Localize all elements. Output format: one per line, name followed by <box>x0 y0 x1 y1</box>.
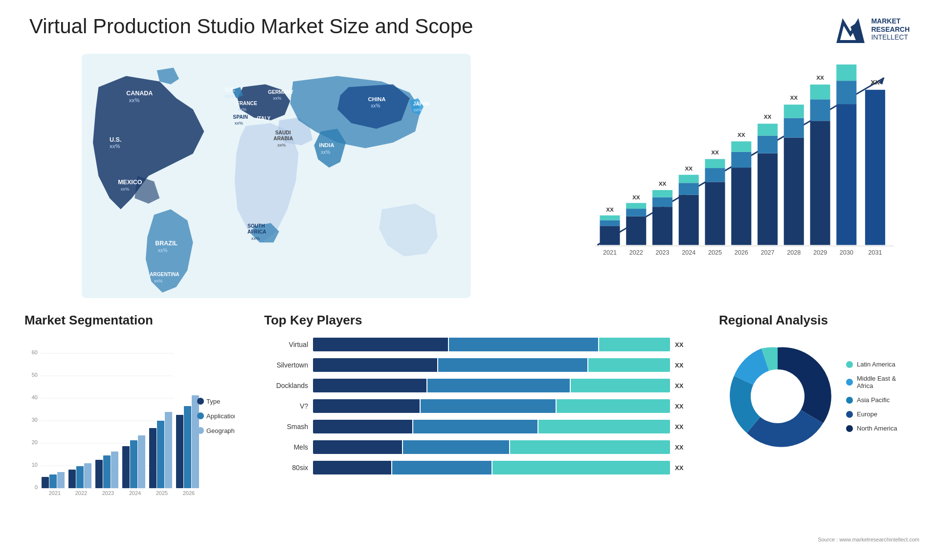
bar-light <box>571 379 670 392</box>
svg-text:XX: XX <box>790 94 798 101</box>
bar-mid <box>438 358 587 372</box>
svg-rect-41 <box>652 190 672 197</box>
growth-bar-chart: XX XX XX XX XX XX <box>562 64 910 274</box>
svg-text:2030: 2030 <box>840 249 853 256</box>
svg-text:SAUDI: SAUDI <box>275 130 291 135</box>
svg-text:XX: XX <box>764 113 772 120</box>
svg-text:2023: 2023 <box>655 249 669 256</box>
bar-light <box>492 461 670 474</box>
svg-text:2026: 2026 <box>735 249 748 256</box>
svg-rect-55 <box>758 153 778 245</box>
canada-value: xx% <box>129 97 139 103</box>
player-bar <box>313 440 670 454</box>
svg-text:50: 50 <box>32 372 38 378</box>
mexico-label: MEXICO <box>118 179 142 186</box>
svg-text:xx%: xx% <box>273 96 281 101</box>
svg-rect-115 <box>184 406 191 488</box>
svg-text:ITALY: ITALY <box>257 116 270 121</box>
legend-mea: Middle East &Africa <box>846 375 897 389</box>
legend-label: Europe <box>857 410 877 418</box>
donut-chart <box>719 338 836 455</box>
legend-europe: Europe <box>846 410 897 418</box>
svg-rect-116 <box>192 395 199 488</box>
legend-north-america: North America <box>846 425 897 432</box>
bar-mid <box>421 399 556 413</box>
svg-text:XX: XX <box>711 149 719 155</box>
player-value: XX <box>675 444 690 451</box>
svg-text:INDIA: INDIA <box>319 142 335 148</box>
bar-dark <box>313 461 391 474</box>
svg-text:Application: Application <box>206 412 235 420</box>
svg-rect-44 <box>679 183 699 194</box>
svg-rect-109 <box>130 440 137 488</box>
svg-rect-111 <box>149 428 156 488</box>
player-value: XX <box>675 341 690 348</box>
legend-dot <box>846 411 853 418</box>
svg-rect-57 <box>758 124 778 135</box>
legend-dot <box>846 425 853 432</box>
svg-rect-40 <box>652 197 672 207</box>
svg-text:2028: 2028 <box>787 249 801 256</box>
legend-label: North America <box>857 425 897 432</box>
svg-text:30: 30 <box>32 417 38 423</box>
svg-rect-35 <box>626 216 646 245</box>
svg-rect-71 <box>865 90 885 245</box>
players-bars: Virtual XX Silvertown XX Docklands <box>264 338 690 474</box>
svg-rect-102 <box>68 470 76 488</box>
svg-text:2022: 2022 <box>75 490 87 496</box>
svg-text:2021: 2021 <box>49 490 61 496</box>
player-bar <box>313 461 670 474</box>
legend-label: Middle East &Africa <box>857 375 896 389</box>
regional-panel: Regional Analysis <box>714 308 919 547</box>
svg-rect-48 <box>705 168 725 182</box>
seg-svg: 0 10 20 30 40 50 60 <box>24 338 235 504</box>
player-name: Mels <box>264 443 308 451</box>
player-value: XX <box>675 382 690 389</box>
bar-light <box>588 358 670 372</box>
player-name: 80six <box>264 464 308 472</box>
svg-rect-112 <box>157 421 164 488</box>
svg-rect-69 <box>836 65 856 81</box>
legend-label: Asia Pacific <box>857 396 890 404</box>
svg-text:XX: XX <box>871 79 879 86</box>
svg-rect-105 <box>95 460 103 488</box>
player-value: XX <box>675 423 690 431</box>
svg-text:20: 20 <box>32 439 38 445</box>
player-row: V? XX <box>264 399 690 413</box>
svg-text:SOUTH: SOUTH <box>247 223 265 229</box>
svg-text:xx%: xx% <box>251 236 260 241</box>
svg-text:Geography: Geography <box>206 427 235 434</box>
svg-rect-47 <box>705 182 725 245</box>
player-value: XX <box>675 403 690 410</box>
svg-text:xx%: xx% <box>259 123 267 128</box>
svg-rect-110 <box>138 435 145 488</box>
svg-text:40: 40 <box>32 394 38 400</box>
player-row: Docklands XX <box>264 379 690 392</box>
svg-point-127 <box>197 427 204 434</box>
svg-rect-52 <box>731 152 751 168</box>
svg-text:10: 10 <box>32 462 38 468</box>
logo: MARKET RESEARCH INTELLECT <box>836 15 910 44</box>
header: Virtual Production Studio Market Size an… <box>0 0 939 54</box>
canada-label: CANADA <box>126 90 153 97</box>
players-title: Top Key Players <box>264 313 690 328</box>
player-value: XX <box>675 464 690 472</box>
svg-text:XX: XX <box>632 194 640 200</box>
bar-dark <box>313 399 420 413</box>
player-bar <box>313 358 670 372</box>
svg-text:FRANCE: FRANCE <box>236 101 257 106</box>
svg-rect-104 <box>84 463 91 488</box>
svg-rect-51 <box>731 168 751 245</box>
bar-dark <box>313 420 412 433</box>
logo-text: MARKET RESEARCH INTELLECT <box>871 17 910 42</box>
svg-rect-114 <box>176 415 183 488</box>
player-bar <box>313 338 670 351</box>
svg-text:2021: 2021 <box>603 249 617 256</box>
bar-mid <box>403 440 510 454</box>
segmentation-title: Market Segmentation <box>24 313 235 328</box>
bar-light <box>510 440 670 454</box>
svg-rect-103 <box>76 466 84 488</box>
svg-rect-106 <box>103 455 111 488</box>
player-row: Mels XX <box>264 440 690 454</box>
legend-latin-america: Latin America <box>846 361 897 368</box>
